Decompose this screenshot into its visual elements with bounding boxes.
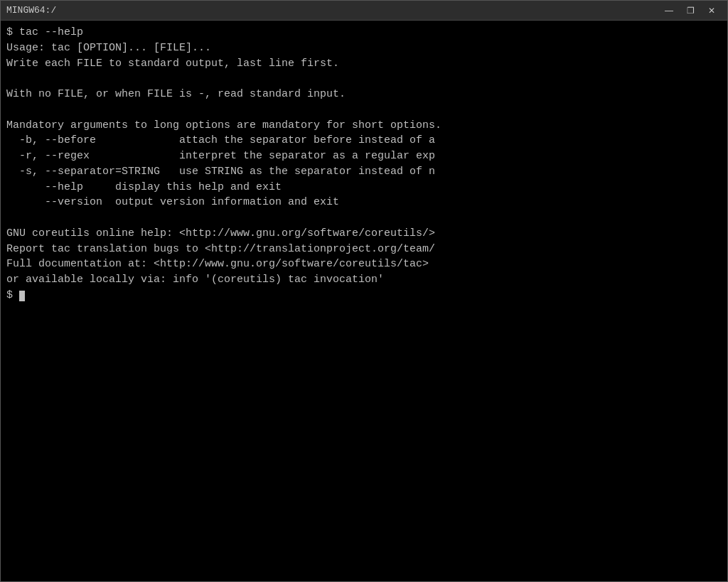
window-title: MINGW64:/ (6, 5, 56, 16)
terminal-line: GNU coreutils online help: <http://www.g… (6, 226, 722, 242)
terminal-line: Full documentation at: <http://www.gnu.o… (6, 257, 722, 272)
terminal-line: --version output version information and… (6, 195, 722, 210)
terminal-line: With no FILE, or when FILE is -, read st… (6, 87, 722, 102)
terminal-line: Report tac translation bugs to <http://t… (6, 242, 722, 257)
terminal-line: Write each FILE to standard output, last… (6, 56, 722, 72)
terminal-line (6, 71, 722, 87)
terminal-line: -b, --before attach the separator before… (6, 133, 722, 149)
terminal-line: or available locally via: info '(coreuti… (6, 272, 722, 288)
close-button[interactable]: ✕ (702, 4, 722, 18)
window-controls: — ❐ ✕ (659, 4, 722, 18)
terminal-line: $ (6, 288, 722, 303)
minimize-button[interactable]: — (659, 4, 679, 18)
terminal-line: --help display this help and exit (6, 180, 722, 195)
terminal-line: -s, --separator=STRING use STRING as the… (6, 164, 722, 180)
terminal-line (6, 102, 722, 118)
terminal-line: -r, --regex interpret the separator as a… (6, 149, 722, 164)
terminal-line: Usage: tac [OPTION]... [FILE]... (6, 41, 722, 56)
terminal-line (6, 210, 722, 226)
terminal-line: Mandatory arguments to long options are … (6, 118, 722, 134)
terminal-body[interactable]: $ tac --helpUsage: tac [OPTION]... [FILE… (1, 21, 727, 581)
terminal-window: MINGW64:/ — ❐ ✕ $ tac --helpUsage: tac [… (0, 0, 728, 582)
terminal-line: $ tac --help (6, 25, 722, 41)
maximize-button[interactable]: ❐ (680, 4, 700, 18)
titlebar: MINGW64:/ — ❐ ✕ (1, 1, 727, 21)
terminal-cursor (19, 291, 25, 301)
